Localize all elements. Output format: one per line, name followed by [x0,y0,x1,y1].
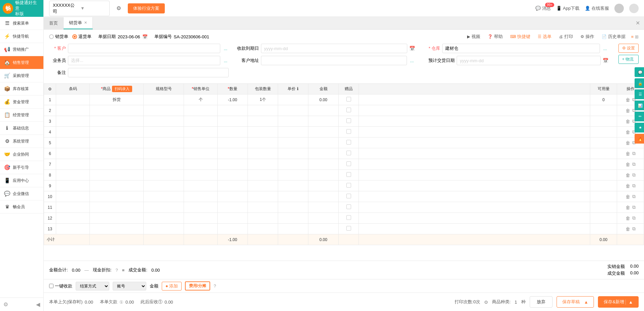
cell-price-8[interactable] [278,170,308,181]
tab-close-sales_order[interactable]: ✕ [84,21,87,25]
toolbar-video-btn[interactable]: ▶ 视频 [465,33,482,40]
sidebar-item-sales[interactable]: 🏠 销售管理 [0,56,43,69]
settings-btn[interactable]: ⚙ 设置 [618,44,639,53]
customer-input[interactable] [68,44,220,53]
cell-barcode-3[interactable] [56,116,90,127]
cell-pack-7[interactable] [248,159,278,170]
cell-product-11[interactable] [90,202,144,213]
copy-icon-11[interactable]: ⧉ [632,204,636,210]
cell-barcode-12[interactable] [56,213,90,224]
cell-price-5[interactable] [278,138,308,148]
cell-gift-10[interactable] [339,191,359,202]
cell-product-4[interactable] [90,127,144,138]
cell-product-2[interactable] [90,105,144,116]
cell-qty-4[interactable] [218,127,248,138]
gift-checkbox-9[interactable] [346,183,351,188]
delete-icon-1[interactable]: 🗑 [626,97,630,103]
one-click-checkbox[interactable] [49,284,53,288]
cell-spec-1[interactable] [144,94,184,105]
cell-unit-11[interactable] [184,202,218,213]
tab-sales_order[interactable]: 销货单✕ [64,17,93,29]
cell-product-9[interactable] [90,181,144,191]
cell-qty-1[interactable]: -1.00 [218,94,248,105]
cell-gift-5[interactable] [339,138,359,148]
cell-unit-8[interactable] [184,170,218,181]
account-select[interactable]: 账号 [113,282,146,290]
date-calendar-icon[interactable]: 📅 [142,34,148,39]
cell-amount-12[interactable] [308,213,339,224]
cell-pack-3[interactable] [248,116,278,127]
star-float[interactable]: ★ [635,123,644,132]
fire-float[interactable]: 🔥 [635,134,644,144]
cell-price-6[interactable] [278,148,308,159]
view-list-icon[interactable]: ≡ [631,34,634,39]
gift-checkbox-8[interactable] [346,172,351,177]
cell-barcode-2[interactable] [56,105,90,116]
gift-checkbox-6[interactable] [346,151,351,155]
cell-pack-13[interactable] [248,224,278,234]
cell-pack-11[interactable] [248,202,278,213]
cell-spec-11[interactable] [144,202,184,213]
add-btn[interactable]: ● 添加 [162,282,182,290]
sidebar-item-member[interactable]: ♛ 畅会员 [0,200,43,213]
delete-icon-11[interactable]: 🗑 [626,205,630,210]
toolbar-shortcut-btn[interactable]: ⌨ 快捷键 [508,33,532,40]
gift-checkbox-11[interactable] [346,204,351,209]
cell-qty-10[interactable] [218,191,248,202]
delete-icon-4[interactable]: 🗑 [626,129,630,135]
cell-price-9[interactable] [278,181,308,191]
delete-icon-7[interactable]: 🗑 [626,162,630,167]
cell-amount-7[interactable] [308,159,339,170]
copy-icon-12[interactable]: ⧉ [632,215,636,221]
radio-return[interactable]: 退货单 [72,34,91,40]
customer-dots[interactable]: ... [222,46,229,51]
message-btn[interactable]: 💬 消息 99+ [535,5,551,11]
sidebar-item-inventory[interactable]: 📦 库存核算 [0,82,43,95]
cell-pack-5[interactable] [248,138,278,148]
view-grid-icon[interactable]: ⊞ [635,34,639,39]
cell-amount-13[interactable] [308,224,339,234]
chart-float[interactable]: 📊 [635,101,644,110]
cell-qty-5[interactable] [218,138,248,148]
cell-unit-13[interactable] [184,224,218,234]
settlement-select[interactable]: 结算方式 [76,282,109,290]
cell-qty-6[interactable] [218,148,248,159]
delete-icon-2[interactable]: 🗑 [626,108,630,113]
note-input[interactable] [68,68,229,77]
cell-pack-2[interactable] [248,105,278,116]
cell-gift-3[interactable] [339,116,359,127]
current-debt-info-icon[interactable]: ① [119,300,123,305]
cell-barcode-9[interactable] [56,181,90,191]
cell-qty-12[interactable] [218,213,248,224]
cell-unit-6[interactable] [184,148,218,159]
cell-unit-12[interactable] [184,213,218,224]
cell-pack-8[interactable] [248,170,278,181]
warehouse-dots[interactable]: ... [602,46,608,51]
cell-unit-4[interactable] [184,127,218,138]
cell-spec-8[interactable] [144,170,184,181]
menu-float[interactable]: ☰ [635,89,644,99]
collapse-icon[interactable]: ◀ [36,301,40,308]
cell-amount-2[interactable] [308,105,339,116]
payment-due-input[interactable]: yyyy-mm-dd [261,44,407,53]
cell-pack-6[interactable] [248,148,278,159]
cell-unit-2[interactable] [184,105,218,116]
cell-barcode-8[interactable] [56,170,90,181]
save-draft-btn[interactable]: 保存草稿 ▲ [557,296,594,308]
cell-gift-13[interactable] [339,224,359,234]
gift-checkbox-2[interactable] [346,108,351,112]
cell-barcode-1[interactable] [56,94,90,105]
copy-icon-10[interactable]: ⧉ [632,194,636,199]
cell-unit-9[interactable] [184,181,218,191]
save-draft-dropdown[interactable]: ▲ [581,300,589,305]
settings-icon[interactable]: ⚙ [3,301,8,308]
tab-home[interactable]: 首页 [44,17,64,29]
sidebar-item-guide[interactable]: 🎯 新手引导 [0,161,43,174]
delete-icon-9[interactable]: 🗑 [626,183,630,189]
one-click-payment[interactable]: 一键收款 [49,283,72,289]
cell-gift-2[interactable] [339,105,359,116]
cell-price-3[interactable] [278,116,308,127]
avatar[interactable] [614,4,624,13]
gift-checkbox-7[interactable] [346,161,351,166]
cell-unit-1[interactable]: 个 [184,94,218,105]
